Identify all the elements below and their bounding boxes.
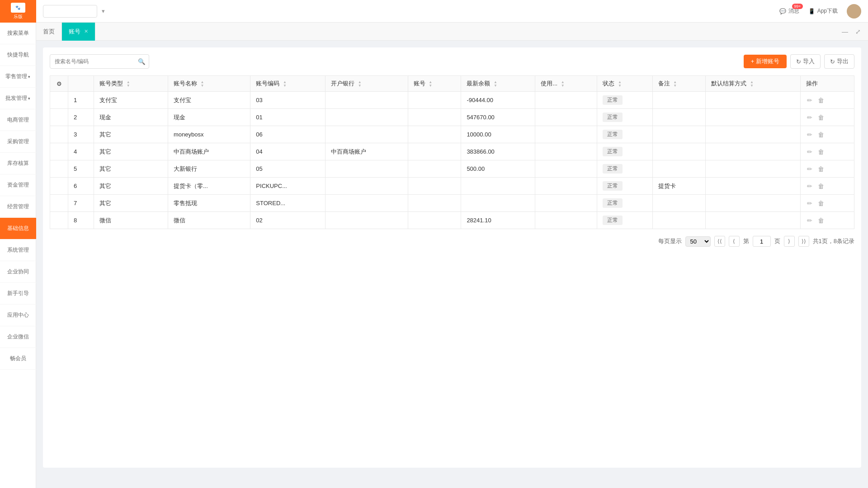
col-default-settle[interactable]: 默认结算方式 ▲▼ [706,76,801,92]
bell-icon: 💬 [779,8,786,14]
export-button[interactable]: ↻ 导出 [824,54,854,69]
chevron-down-icon[interactable]: ▾ [102,8,105,14]
sidebar-item-member[interactable]: 畅会员 [0,348,36,370]
app-download-button[interactable]: 📱 App下载 [808,7,838,15]
import-button[interactable]: ↻ 导入 [790,54,821,69]
col-bank[interactable]: 开户银行 ▲▼ [326,76,408,92]
row-settings [50,212,68,229]
col-status[interactable]: 状态 ▲▼ [597,76,652,92]
row-balance: 500.00 [461,160,535,178]
sidebar-item-label: 采购管理 [7,138,29,145]
sidebar-item-inventory[interactable]: 库存核算 [0,153,36,174]
col-type[interactable]: 账号类型 ▲▼ [94,76,168,92]
row-balance [461,178,535,195]
sidebar-item-operation-mgmt[interactable]: 经营管理 [0,196,36,218]
sidebar-item-newbie-guide[interactable]: 新手引导 [0,283,36,305]
prev-page-button[interactable]: ⟨ [729,236,740,247]
sidebar-item-app-center[interactable]: 应用中心 [0,305,36,326]
edit-button[interactable]: ✏ [806,182,813,191]
delete-button[interactable]: 🗑 [817,96,825,105]
sidebar-item-search-menu[interactable]: 搜索菜单 [0,23,36,44]
table-row: 5其它大新银行05500.00正常 ✏ 🗑 [50,160,854,178]
tab-maximize-button[interactable]: ⤢ [853,26,863,37]
delete-button[interactable]: 🗑 [817,199,825,208]
row-bank [326,109,408,126]
sidebar-item-label: 电商管理 [7,116,29,124]
sidebar-item-enterprise-wechat[interactable]: 企业微信 [0,326,36,348]
row-settings [50,126,68,143]
sidebar-item-retail-mgmt[interactable]: 零售管理 ▾ [0,66,36,88]
sidebar-item-label: 搜索菜单 [7,29,29,37]
edit-button[interactable]: ✏ [806,216,813,225]
row-balance: 383866.00 [461,143,535,160]
search-button[interactable]: 🔍 [134,54,149,69]
sort-icon: ▲▼ [561,80,565,88]
edit-button[interactable]: ✏ [806,96,813,105]
row-name: 零售抵现 [168,195,250,212]
row-index: 2 [68,109,94,126]
edit-button[interactable]: ✏ [806,130,813,139]
delete-button[interactable]: 🗑 [817,113,825,122]
row-type: 其它 [94,126,168,143]
sidebar-item-label: 新手引导 [7,290,29,297]
delete-button[interactable]: 🗑 [817,147,825,156]
col-remark[interactable]: 备注 ▲▼ [652,76,706,92]
delete-button[interactable]: 🗑 [817,216,825,225]
chevron-down-icon: ▾ [28,96,30,101]
last-page-button[interactable]: ⟩⟩ [798,236,809,247]
topbar-search-input[interactable] [43,5,97,18]
tab-minimize-button[interactable]: — [840,26,850,37]
edit-button[interactable]: ✏ [806,147,813,156]
col-usage[interactable]: 使用... ▲▼ [535,76,597,92]
table-row: 2现金现金01547670.00正常 ✏ 🗑 [50,109,854,126]
account-search-input[interactable] [50,58,134,65]
action-buttons: ✏ 🗑 [806,216,849,225]
sidebar-item-wholesale-mgmt[interactable]: 批发管理 ▾ [0,88,36,109]
row-type: 其它 [94,195,168,212]
page-size-select[interactable]: 50 100 200 [685,236,711,247]
user-avatar[interactable] [847,4,861,19]
table-row: 7其它零售抵现STORED...正常 ✏ 🗑 [50,195,854,212]
tab-account[interactable]: 账号 ✕ [62,23,95,41]
delete-button[interactable]: 🗑 [817,182,825,191]
row-index: 7 [68,195,94,212]
first-page-button[interactable]: ⟨⟨ [714,236,725,247]
row-default-settle [706,178,801,195]
col-settings[interactable]: ⚙ [50,76,68,92]
sort-icon: ▲▼ [201,80,204,88]
delete-button[interactable]: 🗑 [817,164,825,174]
tab-close-icon[interactable]: ✕ [84,28,88,34]
col-index [68,76,94,92]
row-usage [535,160,597,178]
row-settings [50,143,68,160]
accounts-table: ⚙ 账号类型 ▲▼ 账号名称 ▲▼ 账号编码 ▲▼ [50,75,854,229]
edit-button[interactable]: ✏ [806,199,813,208]
row-remark [652,212,706,229]
delete-button[interactable]: 🗑 [817,130,825,139]
sidebar-item-purchase-mgmt[interactable]: 采购管理 [0,131,36,153]
sidebar-item-system-mgmt[interactable]: 系统管理 [0,239,36,261]
sidebar: 🐾 乐版 搜索菜单 快捷导航 零售管理 ▾ 批发管理 ▾ 电商管理 采购管理 库… [0,0,36,488]
sidebar-item-finance-mgmt[interactable]: 资金管理 [0,174,36,196]
message-button[interactable]: 💬 消息 99+ [779,7,799,15]
sidebar-item-basic-info[interactable]: 基础信息 [0,218,36,239]
sidebar-item-enterprise-agreement[interactable]: 企业协同 [0,261,36,283]
col-balance[interactable]: 最新余额 ▲▼ [461,76,535,92]
edit-button[interactable]: ✏ [806,164,813,174]
col-code[interactable]: 账号编码 ▲▼ [250,76,326,92]
tab-home[interactable]: 首页 [36,23,62,41]
pagination-bar: 每页显示 50 100 200 ⟨⟨ ⟨ 第 页 ⟩ ⟩⟩ 共1页，8条记录 [50,229,854,247]
sidebar-item-ecommerce-mgmt[interactable]: 电商管理 [0,109,36,131]
sidebar-item-label: 系统管理 [7,246,29,254]
row-settings [50,195,68,212]
edit-button[interactable]: ✏ [806,113,813,122]
next-page-button[interactable]: ⟩ [784,236,795,247]
col-account[interactable]: 账号 ▲▼ [408,76,461,92]
row-type: 其它 [94,178,168,195]
page-number-input[interactable] [753,236,771,247]
sidebar-item-quick-nav[interactable]: 快捷导航 [0,44,36,66]
app-logo: 🐾 乐版 [0,0,36,23]
row-account [408,126,461,143]
add-account-button[interactable]: + 新增账号 [744,55,787,68]
col-name[interactable]: 账号名称 ▲▼ [168,76,250,92]
